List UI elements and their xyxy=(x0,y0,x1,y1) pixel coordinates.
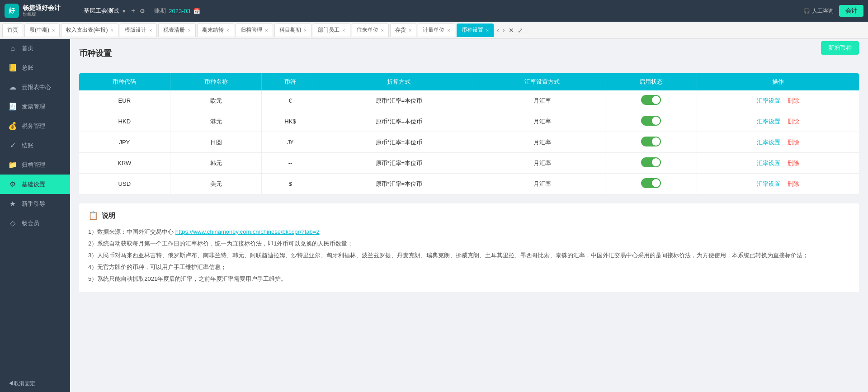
project-area: 基层工会测试 ▾ + ⚙ 账期 2023-03 📅 xyxy=(75,7,803,15)
logo-text: 畅捷通好会计 xyxy=(23,4,61,12)
sidebar: ⌂ 首页 📒 总账 ☁ 云报表中心 🧾 发票管理 💰 税务管理 ✓ 结账 xyxy=(0,39,70,392)
cell-symbol: J¥ xyxy=(262,132,319,153)
delete-link[interactable]: 删除 xyxy=(788,180,799,187)
account-button[interactable]: 会计 xyxy=(839,5,863,17)
cell-toggle[interactable] xyxy=(605,174,697,194)
period-label: 账期 xyxy=(154,7,166,15)
tab-close-wanglai[interactable]: × xyxy=(381,28,384,33)
tab-kemuqi[interactable]: 科目期初 × xyxy=(274,24,311,37)
currency-table: 币种代码 币种名称 币符 折算方式 汇率设置方式 启用状态 操作 EUR 欧元 … xyxy=(79,73,859,194)
tab-guidang[interactable]: 归档管理 × xyxy=(236,24,273,37)
tab-close-bizhong[interactable]: × xyxy=(486,28,489,33)
rate-setting-link[interactable]: 汇率设置 xyxy=(757,139,780,146)
cell-actions: 汇率设置 删除 xyxy=(697,90,859,111)
home-icon: ⌂ xyxy=(8,44,17,52)
toggle-knob xyxy=(652,117,660,125)
cell-actions: 汇率设置 删除 xyxy=(697,153,859,174)
rate-setting-link[interactable]: 汇率设置 xyxy=(757,180,780,187)
service-button[interactable]: 🎧 人工咨询 xyxy=(803,7,834,15)
tab-close-shouru[interactable]: × xyxy=(110,28,113,33)
tab-bizhong[interactable]: 币种设置 × xyxy=(457,24,494,37)
new-currency-button[interactable]: 新增币种 xyxy=(821,41,859,55)
tab-close-muban[interactable]: × xyxy=(149,28,152,33)
sidebar-item-ledger[interactable]: 📒 总账 xyxy=(0,58,70,77)
tab-close-guidang[interactable]: × xyxy=(265,28,268,33)
tab-nav-prev[interactable]: ‹ xyxy=(495,27,501,34)
tab-close-kemuqi[interactable]: × xyxy=(304,28,307,33)
tab-close-zhongqi[interactable]: × xyxy=(52,28,55,33)
cell-toggle[interactable] xyxy=(605,90,697,111)
tab-muban[interactable]: 模版设计 × xyxy=(120,24,157,37)
cell-code: USD xyxy=(79,174,170,194)
tab-close-qimo[interactable]: × xyxy=(226,28,229,33)
tab-close-all-button[interactable]: ✕ xyxy=(507,27,516,34)
cell-actions: 汇率设置 删除 xyxy=(697,111,859,132)
tab-close-shuibiao[interactable]: × xyxy=(188,28,190,33)
tab-nav-next[interactable]: › xyxy=(501,27,507,34)
tab-jiliang[interactable]: 计量单位 × xyxy=(418,24,455,37)
cell-toggle[interactable] xyxy=(605,111,697,132)
tab-shuibiao[interactable]: 税表清册 × xyxy=(158,24,195,37)
tab-zhongqi[interactable]: 叚(中期) × xyxy=(24,24,60,37)
toggle-switch[interactable] xyxy=(641,116,661,126)
tab-close-jiliang[interactable]: × xyxy=(447,28,450,33)
tab-qimo[interactable]: 期末结转 × xyxy=(197,24,234,37)
cell-calc: 原币*汇率=本位币 xyxy=(319,132,479,153)
tab-shouru[interactable]: 收入支出表(年报) × xyxy=(61,24,118,37)
toggle-switch[interactable] xyxy=(641,137,661,146)
cell-name: 欧元 xyxy=(170,90,262,111)
rate-setting-link[interactable]: 汇率设置 xyxy=(757,160,780,166)
period-calendar-icon[interactable]: 📅 xyxy=(193,8,200,14)
delete-link[interactable]: 删除 xyxy=(788,97,799,104)
toggle-switch[interactable] xyxy=(641,178,661,188)
sidebar-item-checkout[interactable]: ✓ 结账 xyxy=(0,136,70,155)
cell-rate-method: 月汇率 xyxy=(479,111,605,132)
project-dropdown-icon[interactable]: ▾ xyxy=(123,8,126,14)
content-area: 币种设置 新增币种 币种代码 币种名称 币符 折算方式 汇率设置方式 启用状态 … xyxy=(70,39,868,392)
invoice-icon: 🧾 xyxy=(8,102,17,111)
cell-rate-method: 月汇率 xyxy=(479,174,605,194)
tab-cunhuo[interactable]: 存货 × xyxy=(390,24,416,37)
cell-calc: 原币*汇率=本位币 xyxy=(319,111,479,132)
rate-setting-link[interactable]: 汇率设置 xyxy=(757,118,780,125)
toggle-switch[interactable] xyxy=(641,157,661,167)
toggle-knob xyxy=(652,158,660,166)
col-symbol: 币符 xyxy=(262,73,319,90)
tab-home[interactable]: 首页 xyxy=(2,24,23,37)
sidebar-item-guide[interactable]: ★ 新手引导 xyxy=(0,194,70,213)
sidebar-item-archive[interactable]: 📁 归档管理 xyxy=(0,155,70,175)
cell-toggle[interactable] xyxy=(605,132,697,153)
toggle-switch[interactable] xyxy=(641,95,661,105)
cell-toggle[interactable] xyxy=(605,153,697,174)
notes-content: 1）数据来源：中国外汇交易中心 https://www.chinamoney.c… xyxy=(88,226,850,285)
project-add-icon[interactable]: + xyxy=(131,7,135,15)
sidebar-item-basic[interactable]: ⚙ 基础设置 xyxy=(0,175,70,194)
sidebar-item-invoice[interactable]: 🧾 发票管理 xyxy=(0,97,70,116)
rate-setting-link[interactable]: 汇率设置 xyxy=(757,97,780,104)
sidebar-pin-button[interactable]: ◀取消固定 xyxy=(0,375,70,392)
tab-expand-button[interactable]: ⤢ xyxy=(516,27,525,34)
delete-link[interactable]: 删除 xyxy=(788,139,799,146)
cell-rate-method: 月汇率 xyxy=(479,132,605,153)
table-row: JPY 日圆 J¥ 原币*汇率=本位币 月汇率 汇率设置 删除 xyxy=(79,132,859,153)
col-rate: 汇率设置方式 xyxy=(479,73,605,90)
tab-wanglai[interactable]: 往来单位 × xyxy=(352,24,389,37)
notes-link[interactable]: https://www.chinamoney.com.cn/chinese/bk… xyxy=(175,228,320,235)
tab-bumen[interactable]: 部门员工 × xyxy=(313,24,350,37)
notes-title: 📋 说明 xyxy=(88,211,850,221)
sidebar-item-member[interactable]: ◇ 畅会员 xyxy=(0,213,70,233)
cell-symbol: HK$ xyxy=(262,111,319,132)
delete-link[interactable]: 删除 xyxy=(788,160,799,166)
project-setting-icon[interactable]: ⚙ xyxy=(140,8,145,14)
table-row: EUR 欧元 € 原币*汇率=本位币 月汇率 汇率设置 删除 xyxy=(79,90,859,111)
delete-link[interactable]: 删除 xyxy=(788,118,799,125)
sidebar-item-tax[interactable]: 💰 税务管理 xyxy=(0,116,70,136)
logo-icon: 好 xyxy=(5,4,19,18)
sidebar-item-reports[interactable]: ☁ 云报表中心 xyxy=(0,77,70,97)
checkout-icon: ✓ xyxy=(8,141,17,150)
period-value: 2023-03 xyxy=(169,8,190,14)
tab-close-bumen[interactable]: × xyxy=(342,28,345,33)
tab-close-cunhuo[interactable]: × xyxy=(409,28,411,33)
main-area: ⌂ 首页 📒 总账 ☁ 云报表中心 🧾 发票管理 💰 税务管理 ✓ 结账 xyxy=(0,39,868,392)
sidebar-item-home[interactable]: ⌂ 首页 xyxy=(0,39,70,58)
